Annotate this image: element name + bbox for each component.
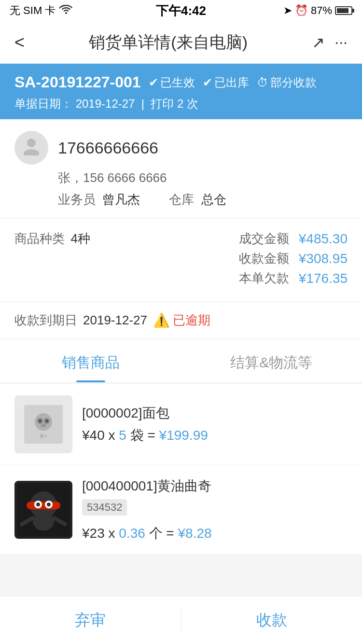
tab-sales-products[interactable]: 销售商品 <box>0 339 181 382</box>
debt-amount: ¥176.35 <box>299 271 348 286</box>
svg-point-1 <box>24 149 39 155</box>
svg-text:兽+: 兽+ <box>40 434 47 439</box>
page-title: 销货单详情(来自电脑) <box>89 31 248 54</box>
product-qty-2: 0.36 <box>119 526 145 541</box>
nav-actions: ↗ ··· <box>312 33 348 52</box>
status-time: 下午4:42 <box>156 2 206 19</box>
location-icon: ➤ <box>283 4 292 17</box>
wifi-icon <box>59 4 73 17</box>
customer-id: 17666666666 <box>58 139 158 157</box>
customer-section: 17666666666 张，156 6666 6666 业务员 曾凡杰 仓库 总… <box>0 119 362 218</box>
deal-amount: ¥485.30 <box>299 231 348 247</box>
deal-amount-line: 成交金额 ¥485.30 <box>239 230 348 247</box>
product-image-2 <box>14 481 72 539</box>
svg-point-17 <box>33 513 54 531</box>
svg-point-15 <box>36 503 40 506</box>
product-total-1: ¥199.99 <box>159 428 208 443</box>
debt-line: 本单欠款 ¥176.35 <box>239 270 348 287</box>
share-button[interactable]: ↗ <box>312 33 325 52</box>
bottom-bar: 弃审 收款 <box>0 596 362 644</box>
product-name-2: [000400001]黄油曲奇 <box>82 477 348 495</box>
svg-point-6 <box>39 420 42 422</box>
warehouse-item: 仓库 总仓 <box>169 191 226 208</box>
summary-right: 成交金额 ¥485.30 收款金额 ¥308.95 本单欠款 ¥176.35 <box>239 230 348 290</box>
avatar <box>14 131 48 165</box>
product-qty-1: 5 <box>119 428 126 443</box>
avatar-icon <box>21 135 42 160</box>
collection-line: 收款金额 ¥308.95 <box>239 250 348 267</box>
check-icon-2: ✔ <box>203 76 212 89</box>
product-info-1: [0000002]面包 ¥40 x 5 袋 = ¥199.99 <box>82 404 348 445</box>
table-row: [000400001]黄油曲奇 534532 ¥23 x 0.36 个 = ¥8… <box>0 465 362 555</box>
nav-bar: < 销货单详情(来自电脑) ↗ ··· <box>0 21 362 64</box>
status-left: 无 SIM 卡 <box>10 3 73 18</box>
customer-row: 17666666666 <box>14 131 348 165</box>
tabs-row: 销售商品 结算&物流等 <box>0 339 362 383</box>
svg-point-0 <box>27 139 36 147</box>
cancel-review-button[interactable]: 弃审 <box>0 596 181 644</box>
collection-amount: ¥308.95 <box>299 251 348 266</box>
more-button[interactable]: ··· <box>334 33 348 51</box>
collect-payment-button[interactable]: 收款 <box>181 596 362 644</box>
product-name-1: [0000002]面包 <box>82 404 348 422</box>
svg-point-7 <box>45 420 48 422</box>
order-date-row: 单据日期： 2019-12-27 | 打印 2 次 <box>14 96 348 112</box>
status-right: ➤ ⏰ 87% <box>283 4 352 17</box>
battery-percent: 87% <box>311 4 332 17</box>
product-total-2: ¥8.28 <box>178 526 211 541</box>
due-date-section: 收款到期日 2019-12-27 ⚠️ 已逾期 <box>0 302 362 338</box>
battery-icon <box>335 6 352 15</box>
overdue-icon: ⚠️ <box>153 312 170 328</box>
badge-shipped: ✔ 已出库 <box>203 75 249 90</box>
overdue-badge: ⚠️ 已逾期 <box>153 312 210 329</box>
badge-partial: ⏱ 部分收款 <box>257 75 317 90</box>
badge-effective: ✔ 已生效 <box>149 75 195 90</box>
carrier-label: 无 SIM 卡 <box>10 3 56 18</box>
product-price-1: ¥40 x 5 袋 = ¥199.99 <box>82 426 348 445</box>
sales-name: 曾凡杰 <box>102 192 140 207</box>
summary-row: 商品种类 4种 成交金额 ¥485.30 收款金额 ¥308.95 本单欠款 ¥… <box>14 230 348 290</box>
customer-meta: 业务员 曾凡杰 仓库 总仓 <box>58 191 348 208</box>
sales-item: 业务员 曾凡杰 <box>58 191 140 208</box>
summary-section: 商品种类 4种 成交金额 ¥485.30 收款金额 ¥308.95 本单欠款 ¥… <box>0 219 362 301</box>
header-banner: SA-20191227-001 ✔ 已生效 ✔ 已出库 ⏱ 部分收款 单据日期：… <box>0 64 362 119</box>
svg-rect-12 <box>27 502 60 509</box>
product-sku-2: 534532 <box>82 499 127 516</box>
order-id-row: SA-20191227-001 ✔ 已生效 ✔ 已出库 ⏱ 部分收款 <box>14 73 348 91</box>
product-info-2: [000400001]黄油曲奇 534532 ¥23 x 0.36 个 = ¥8… <box>82 477 348 543</box>
customer-contact: 张，156 6666 6666 <box>58 169 348 186</box>
check-icon-1: ✔ <box>149 76 158 89</box>
table-row: 兽+ [0000002]面包 ¥40 x 5 袋 = ¥199.99 <box>0 384 362 465</box>
product-price-2: ¥23 x 0.36 个 = ¥8.28 <box>82 524 348 543</box>
summary-left: 商品种类 4种 <box>14 230 90 247</box>
tab-settlement[interactable]: 结算&物流等 <box>181 339 362 382</box>
svg-point-16 <box>47 503 51 506</box>
status-bar: 无 SIM 卡 下午4:42 ➤ ⏰ 87% <box>0 0 362 21</box>
product-list: 兽+ [0000002]面包 ¥40 x 5 袋 = ¥199.99 <box>0 384 362 555</box>
tabs-section: 销售商品 结算&物流等 <box>0 339 362 383</box>
warehouse-name: 总仓 <box>201 192 226 207</box>
alarm-icon: ⏰ <box>295 4 308 17</box>
back-button[interactable]: < <box>14 32 25 53</box>
order-id: SA-20191227-001 <box>14 73 141 91</box>
product-image-1: 兽+ <box>14 395 72 453</box>
clock-icon: ⏱ <box>257 76 268 89</box>
svg-point-8 <box>41 423 46 427</box>
